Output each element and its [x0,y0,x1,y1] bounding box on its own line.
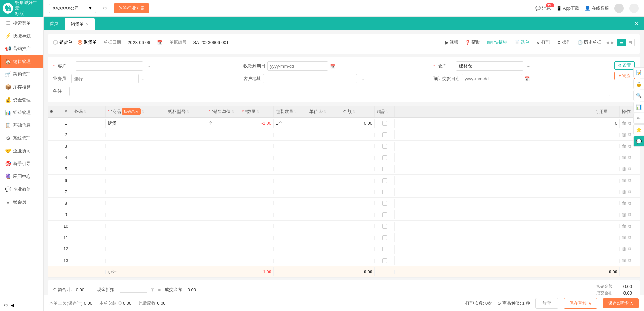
sidebar-item-inventory[interactable]: 📦 库存核算 [0,81,43,93]
copy-icon-6[interactable]: ⧉ [628,178,631,183]
gift-checkbox-6[interactable] [382,178,387,183]
delete-icon-3[interactable]: 🗑 [622,144,626,149]
delete-icon-5[interactable]: 🗑 [622,166,626,171]
customer-input[interactable] [76,61,143,71]
copy-icon-7[interactable]: ⧉ [628,189,631,195]
delete-icon-10[interactable]: 🗑 [622,224,626,229]
gift-checkbox-12[interactable] [382,247,387,251]
logistics-button[interactable]: + 物流 [614,72,635,80]
sidebar-item-purchase[interactable]: 🛒 采购管理 [0,68,43,81]
video-btn[interactable]: ▶ 视频 [443,38,460,46]
delete-icon-6[interactable]: 🗑 [622,178,626,183]
sidebar-item-vip[interactable]: V 畅会员 [0,196,43,208]
copy-icon-1[interactable]: ⧉ [628,121,631,126]
sidebar-item-guide[interactable]: 🎯 新手引导 [0,157,43,170]
float-btn-6[interactable]: ⭐ [633,124,644,135]
copy-icon-4[interactable]: ⧉ [628,155,631,160]
warehouse-more-icon[interactable]: ··· [527,64,530,69]
delete-icon-1[interactable]: 🗑 [622,121,626,126]
float-btn-7[interactable]: 💬 [633,136,644,147]
float-btn-4[interactable]: 📊 [633,102,644,112]
copy-icon-2[interactable]: ⧉ [628,132,631,138]
delete-icon-4[interactable]: 🗑 [622,155,626,160]
copy-icon-5[interactable]: ⧉ [628,166,631,172]
copy-icon-12[interactable]: ⧉ [628,246,631,252]
customer-more-icon[interactable]: ··· [146,64,150,69]
delete-icon-11[interactable]: 🗑 [622,235,626,240]
delete-icon-2[interactable]: 🗑 [622,132,626,137]
copy-icon-3[interactable]: ⧉ [628,144,631,149]
delivery-calendar-icon[interactable]: 📅 [524,76,530,81]
radio-return[interactable]: 退货单 [78,39,97,45]
remark-input-1[interactable] [397,121,591,126]
gift-checkbox-8[interactable] [382,201,387,206]
sidebar-item-quick[interactable]: ⚡ 快捷导航 [0,30,43,42]
gear-button[interactable]: ⚙ [100,4,110,13]
next-icon[interactable]: ▶ [611,40,614,45]
copy-icon-9[interactable]: ⧉ [628,212,631,218]
discard-button[interactable]: 放弃 [535,298,558,309]
calendar-icon[interactable]: 📅 [157,40,162,45]
gift-checkbox-1[interactable] [382,121,387,126]
gift-checkbox-13[interactable] [382,258,387,263]
td-row1-barcode[interactable] [72,119,106,128]
online-support[interactable]: 👤 在线客服 [585,5,609,11]
save-draft-button[interactable]: 保存草稿 ∧ [564,298,597,309]
spec-input-1[interactable] [168,121,204,126]
gift-checkbox-5[interactable] [382,167,387,171]
copy-icon-8[interactable]: ⧉ [628,201,631,206]
sidebar-item-operations[interactable]: 📊 经营管理 [0,106,43,119]
gift-checkbox-9[interactable] [382,212,387,217]
select-btn[interactable]: 📄 选单 [512,38,531,46]
save-new-button[interactable]: 保存&新增 ∧ [603,298,639,308]
salesperson-input[interactable] [71,74,139,83]
td-row1-gift[interactable] [375,119,395,128]
sidebar-item-apps[interactable]: 🔮 应用中心 [0,170,43,183]
delete-icon-7[interactable]: 🗑 [622,189,626,194]
copy-icon-13[interactable]: ⧉ [628,258,631,263]
float-btn-5[interactable]: ✏ [633,113,644,124]
sidebar-item-sales[interactable]: 🏠 销售管理 [0,55,43,68]
due-date-calendar-icon[interactable]: 📅 [330,64,335,69]
scan-button[interactable]: 扫码录入 [122,108,141,115]
settings-bottom-icon[interactable]: ⚙ [4,303,8,308]
tab-sales-order[interactable]: 销货单 ✕ [65,18,95,30]
radio-sales[interactable]: 销货单 [53,39,72,45]
sidebar-item-system[interactable]: ⚙ 系统管理 [0,132,43,145]
note-input[interactable] [69,87,610,96]
th-settings[interactable]: ⚙ [48,107,60,117]
tab-close-icon[interactable]: ✕ [86,22,89,27]
prev-icon[interactable]: ◀ [606,40,609,45]
gift-checkbox-3[interactable] [382,144,387,149]
shortcuts-btn[interactable]: ⌨ 快捷键 [485,38,509,46]
copy-icon-10[interactable]: ⧉ [628,224,631,229]
user-avatar[interactable] [614,4,624,13]
help-btn[interactable]: ❓ 帮助 [463,38,482,46]
copy-icon-11[interactable]: ⧉ [628,235,631,240]
gift-checkbox-4[interactable] [382,155,387,160]
user-avatar2[interactable] [629,4,639,13]
settings-button[interactable]: ⚙ 设置 [614,61,635,70]
company-select[interactable]: XXXXXX公司 ▼ [49,4,96,13]
delete-icon-8[interactable]: 🗑 [622,201,626,206]
close-all-tabs-icon[interactable]: ✕ [634,21,639,27]
discount-input[interactable] [120,287,147,293]
app-download[interactable]: 📱 App下载 [556,5,579,11]
customer-addr-input[interactable] [263,74,357,83]
sidebar-item-finance[interactable]: 💰 资金管理 [0,93,43,106]
warehouse-input[interactable] [456,61,523,71]
gift-checkbox-2[interactable] [382,132,387,137]
gift-checkbox-7[interactable] [382,190,387,194]
td-row1-remark[interactable] [395,119,593,128]
trial-button[interactable]: 体验行业方案 [114,3,149,13]
tab-home[interactable]: 首页 [44,17,65,30]
float-btn-1[interactable]: 📝 [633,67,644,78]
float-btn-2[interactable]: 🔒 [633,79,644,89]
delete-icon-12[interactable]: 🗑 [622,246,626,251]
sidebar-item-marketing[interactable]: 📢 营销推广 [0,42,43,55]
message-badge[interactable]: 💬 消息 99+ [535,5,551,11]
delete-icon-13[interactable]: 🗑 [622,258,626,263]
barcode-input-1[interactable] [74,121,103,126]
gift-checkbox-11[interactable] [382,235,387,240]
print-btn[interactable]: 🖨 打印 [534,38,552,46]
